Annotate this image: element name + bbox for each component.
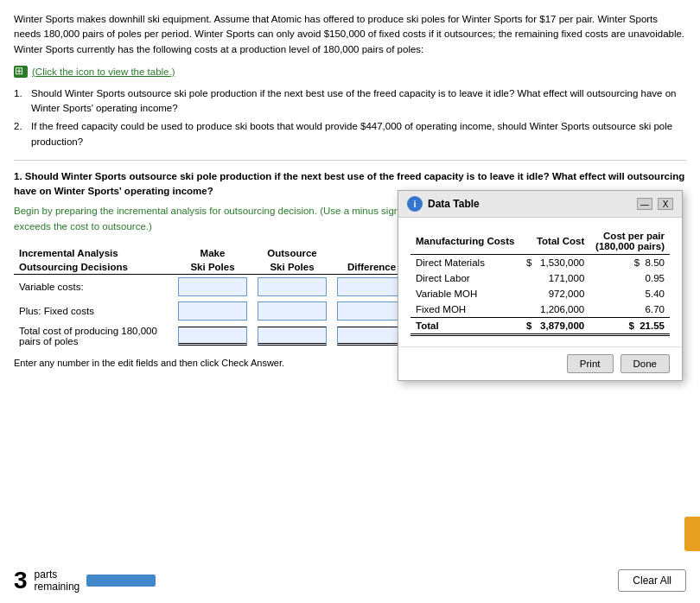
- parts-number: 3: [14, 567, 28, 594]
- col-header-1: Incremental Analysis: [14, 246, 173, 260]
- instruction-text: Begin by preparing the incremental analy…: [14, 206, 317, 216]
- parts-remaining: 3 parts remaining: [14, 567, 156, 594]
- done-button[interactable]: Done: [620, 354, 671, 373]
- table-row: Plus: Fixed costs: [14, 299, 411, 323]
- parts-label2: remaining: [35, 581, 80, 593]
- row-fmoh-label: Fixed MOH: [410, 302, 520, 318]
- row-1-outsource-input[interactable]: [258, 277, 327, 296]
- question-1: 1. Should Winter Sports outsource ski po…: [14, 86, 686, 117]
- row-vmoh-total: 972,000: [520, 286, 589, 302]
- questions-section: 1. Should Winter Sports outsource ski po…: [14, 86, 686, 149]
- row-vmoh-label: Variable MOH: [410, 286, 520, 302]
- data-table-row: Fixed MOH 1,206,000 6.70: [410, 302, 670, 318]
- modal-header-left: i Data Table: [407, 196, 480, 212]
- row-1-make-cell: [173, 274, 252, 299]
- row-3-diff-input[interactable]: [337, 327, 406, 346]
- row-dm-totalcost: 1,530,000: [540, 257, 584, 268]
- footer: 3 parts remaining Clear All: [0, 558, 700, 603]
- total-cpp: $ 21.55: [589, 318, 670, 335]
- row-fmoh-total: 1,206,000: [520, 302, 589, 318]
- row-dm-cost: 8.50: [646, 257, 665, 268]
- parts-label-block: parts remaining: [35, 568, 80, 593]
- total-amount: 3,879,000: [540, 321, 584, 331]
- row-dm-label: Direct Materials: [410, 255, 520, 271]
- row-3-outsource-input[interactable]: [258, 327, 327, 346]
- data-col-3-subheader: (180,000 pairs): [595, 241, 665, 251]
- col-subheader-1: Outsourcing Decisions: [14, 260, 173, 275]
- row-2-make-cell: [173, 299, 252, 323]
- row-1-label: Variable costs:: [14, 274, 173, 299]
- row-fmoh-cost: 6.70: [646, 304, 665, 314]
- modal-controls: — X: [637, 198, 673, 210]
- row-1-make-input[interactable]: [178, 277, 247, 296]
- row-2-outsource-input[interactable]: [258, 302, 327, 321]
- intro-text: Winter Sports makes downhill ski equipme…: [14, 12, 686, 57]
- row-dm-dollar2: $: [634, 257, 640, 268]
- col-header-2: Make: [173, 246, 252, 260]
- row-3-outsource-cell: [252, 323, 332, 349]
- clear-all-button[interactable]: Clear All: [618, 569, 686, 592]
- question-2-text: If the freed capacity could be used to p…: [31, 119, 686, 149]
- progress-bar: [86, 574, 156, 587]
- row-3-make-input[interactable]: [178, 327, 247, 346]
- row-3-label: Total cost of producing 180,000 pairs of…: [14, 323, 173, 349]
- row-fmoh-cpp: 6.70: [589, 302, 670, 318]
- row-3-make-cell: [173, 323, 252, 349]
- data-table-modal: i Data Table — X Manufacturing Costs Tot…: [398, 190, 683, 381]
- row-vmoh-cpp: 5.40: [589, 286, 670, 302]
- modal-title: Data Table: [428, 198, 480, 210]
- table-link[interactable]: (Click the icon to view the table.): [14, 66, 686, 78]
- row-1-diff-input[interactable]: [337, 277, 406, 296]
- data-col-3-header: Cost per pair (180,000 pairs): [589, 228, 670, 255]
- data-table-total-row: Total $ 3,879,000 $ 21.55: [410, 318, 670, 335]
- question-1-num: 1.: [14, 86, 26, 117]
- col-subheader-3: Ski Poles: [252, 260, 332, 275]
- question-2: 2. If the freed capacity could be used t…: [14, 119, 686, 149]
- table-row: Variable costs:: [14, 274, 411, 299]
- row-1-outsource-cell: [252, 274, 332, 299]
- minimize-button[interactable]: —: [637, 198, 652, 210]
- modal-body: Manufacturing Costs Total Cost Cost per …: [398, 218, 682, 346]
- analysis-table: Incremental Analysis Make Outsource Outs…: [14, 246, 411, 349]
- row-fmoh-totalcost: 1,206,000: [540, 304, 584, 314]
- col-subheader-2: Ski Poles: [173, 260, 252, 275]
- row-dl-cpp: 0.95: [589, 270, 670, 286]
- row-dm-cpp: $ 8.50: [589, 255, 670, 271]
- data-col-2-header: Total Cost: [520, 228, 589, 255]
- row-2-label: Plus: Fixed costs: [14, 299, 173, 323]
- total-cost-pair: 21.55: [640, 321, 665, 331]
- row-vmoh-totalcost: 972,000: [549, 289, 585, 299]
- parts-label1: parts: [35, 568, 80, 581]
- table-icon: [14, 66, 28, 78]
- divider: [14, 160, 686, 161]
- col-header-3: Outsource: [252, 246, 332, 260]
- row-dm-total: $ 1,530,000: [520, 255, 589, 271]
- print-button[interactable]: Print: [567, 354, 614, 373]
- data-col-3-header-text: Cost per pair: [603, 231, 665, 241]
- total-label: Total: [410, 318, 520, 335]
- question-2-num: 2.: [14, 119, 26, 149]
- row-2-make-input[interactable]: [178, 302, 247, 321]
- data-col-1-header: Manufacturing Costs: [410, 228, 520, 255]
- row-dl-total: 171,000: [520, 270, 589, 286]
- data-table-row: Direct Materials $ 1,530,000 $ 8.50: [410, 255, 670, 271]
- row-dl-totalcost: 171,000: [549, 273, 585, 283]
- row-2-outsource-cell: [252, 299, 332, 323]
- row-2-diff-input[interactable]: [337, 302, 406, 321]
- main-content: Winter Sports makes downhill ski equipme…: [0, 0, 700, 603]
- row-dl-label: Direct Labor: [410, 270, 520, 286]
- data-table-row: Variable MOH 972,000 5.40: [410, 286, 670, 302]
- table-row: Total cost of producing 180,000 pairs of…: [14, 323, 411, 349]
- data-table-row: Direct Labor 171,000 0.95: [410, 270, 670, 286]
- row-dl-cost: 0.95: [646, 273, 665, 283]
- close-button[interactable]: X: [658, 198, 673, 210]
- table-link-label: (Click the icon to view the table.): [32, 67, 175, 77]
- question-1-text: Should Winter Sports outsource ski pole …: [31, 86, 686, 117]
- total-dollar1: $: [526, 321, 531, 331]
- modal-header: i Data Table — X: [398, 191, 682, 218]
- row-dm-dollar: $: [526, 257, 531, 268]
- info-icon: i: [407, 196, 423, 212]
- modal-footer: Print Done: [398, 346, 682, 380]
- row-vmoh-cost: 5.40: [646, 289, 665, 299]
- total-cost: $ 3,879,000: [520, 318, 589, 335]
